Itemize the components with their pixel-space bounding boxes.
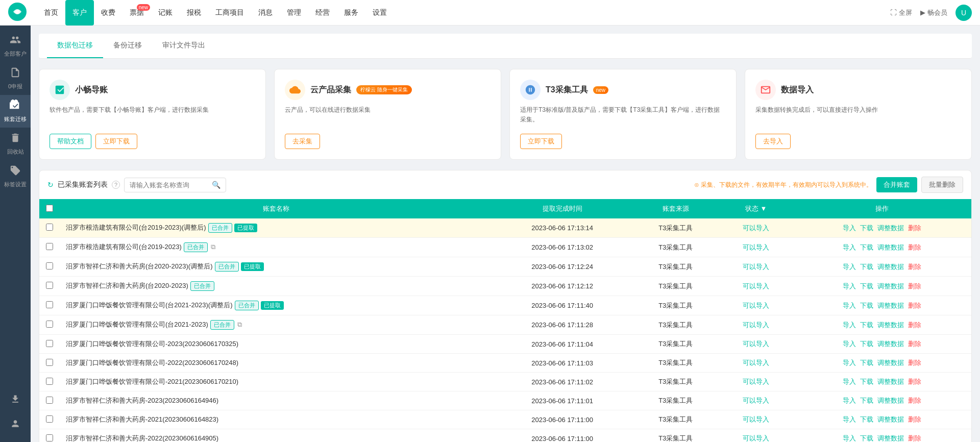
nav-customer[interactable]: 客户 (65, 0, 94, 26)
search-input[interactable] (124, 178, 226, 192)
batch-delete-btn[interactable]: 批量删除 (921, 177, 963, 193)
xiaochangzhang-help-btn[interactable]: 帮助文档 (50, 134, 91, 149)
action-导入[interactable]: 导入 (843, 243, 856, 251)
row-copy-icon[interactable]: ⧉ (237, 321, 242, 328)
action-下载[interactable]: 下载 (860, 243, 873, 251)
action-调整数据[interactable]: 调整数据 (877, 282, 904, 290)
app-logo[interactable] (8, 3, 29, 23)
action-删除[interactable]: 删除 (908, 243, 921, 251)
action-调整数据[interactable]: 调整数据 (877, 263, 904, 271)
yunproduct-collect-btn[interactable]: 去采集 (285, 134, 320, 149)
action-下载[interactable]: 下载 (860, 359, 873, 366)
sidebar-item-zero-report[interactable]: 0申报 (0, 62, 31, 95)
row-checkbox[interactable] (46, 243, 53, 250)
help-icon[interactable]: ? (112, 181, 120, 189)
action-删除[interactable]: 删除 (908, 282, 921, 290)
action-导入[interactable]: 导入 (843, 434, 856, 442)
merge-accounts-btn[interactable]: 合并账套 (876, 177, 917, 192)
action-下载[interactable]: 下载 (860, 415, 873, 423)
refresh-icon[interactable]: ↻ (47, 181, 54, 189)
tab-data-migration[interactable]: 数据包迁移 (47, 34, 103, 58)
sidebar-download-btn[interactable] (5, 389, 26, 409)
action-删除[interactable]: 删除 (908, 263, 921, 271)
header-status[interactable]: 状态 ▼ (720, 199, 793, 218)
row-checkbox[interactable] (46, 415, 53, 423)
sidebar-item-trash[interactable]: 回收站 (0, 128, 31, 160)
action-导入[interactable]: 导入 (843, 359, 856, 366)
action-调整数据[interactable]: 调整数据 (877, 224, 904, 232)
action-删除[interactable]: 删除 (908, 415, 921, 423)
action-导入[interactable]: 导入 (843, 378, 856, 385)
action-导入[interactable]: 导入 (843, 321, 856, 329)
action-导入[interactable]: 导入 (843, 415, 856, 423)
row-checkbox[interactable] (46, 378, 53, 385)
action-删除[interactable]: 删除 (908, 434, 921, 442)
row-checkbox[interactable] (46, 434, 53, 441)
action-删除[interactable]: 删除 (908, 340, 921, 348)
row-checkbox[interactable] (46, 397, 53, 404)
action-删除[interactable]: 删除 (908, 359, 921, 366)
action-下载[interactable]: 下载 (860, 340, 873, 348)
nav-bill[interactable]: 票据new (122, 0, 151, 26)
row-checkbox[interactable] (46, 282, 53, 289)
action-删除[interactable]: 删除 (908, 302, 921, 309)
nav-service[interactable]: 服务 (337, 0, 365, 26)
nav-fee[interactable]: 收费 (94, 0, 122, 26)
row-checkbox[interactable] (46, 321, 53, 328)
nav-bookkeeping[interactable]: 记账 (151, 0, 180, 26)
row-copy-icon[interactable]: ⧉ (211, 243, 215, 251)
search-button[interactable]: 🔍 (212, 181, 220, 189)
action-导入[interactable]: 导入 (843, 224, 856, 232)
dataimport-goto-btn[interactable]: 去导入 (755, 134, 791, 149)
sidebar-item-migrate[interactable]: 账套迁移 (0, 95, 31, 128)
nav-tax[interactable]: 报税 (180, 0, 208, 26)
action-调整数据[interactable]: 调整数据 (877, 359, 904, 366)
action-调整数据[interactable]: 调整数据 (877, 378, 904, 385)
sidebar-item-tags[interactable]: 标签设置 (0, 160, 31, 193)
row-checkbox[interactable] (46, 340, 53, 347)
fullscreen-btn[interactable]: ⛶ 全屏 (890, 8, 912, 17)
member-btn[interactable]: ▶ 畅会员 (920, 8, 947, 17)
action-调整数据[interactable]: 调整数据 (877, 340, 904, 348)
action-下载[interactable]: 下载 (860, 224, 873, 232)
action-下载[interactable]: 下载 (860, 302, 873, 309)
nav-business[interactable]: 工商项目 (208, 0, 251, 26)
select-all-checkbox[interactable] (46, 205, 53, 212)
action-下载[interactable]: 下载 (860, 397, 873, 404)
action-导入[interactable]: 导入 (843, 340, 856, 348)
nav-operation[interactable]: 经营 (308, 0, 337, 26)
action-导入[interactable]: 导入 (843, 397, 856, 404)
sidebar-user-btn[interactable] (5, 413, 26, 434)
row-checkbox[interactable] (46, 301, 53, 308)
action-删除[interactable]: 删除 (908, 378, 921, 385)
row-checkbox[interactable] (46, 262, 53, 269)
row-checkbox[interactable] (46, 359, 53, 366)
action-导入[interactable]: 导入 (843, 282, 856, 290)
action-下载[interactable]: 下载 (860, 282, 873, 290)
nav-home[interactable]: 首页 (37, 0, 65, 26)
row-checkbox[interactable] (46, 224, 53, 231)
action-调整数据[interactable]: 调整数据 (877, 321, 904, 329)
nav-message[interactable]: 消息 (251, 0, 280, 26)
action-删除[interactable]: 删除 (908, 397, 921, 404)
action-下载[interactable]: 下载 (860, 263, 873, 271)
action-删除[interactable]: 删除 (908, 224, 921, 232)
action-调整数据[interactable]: 调整数据 (877, 302, 904, 309)
action-下载[interactable]: 下载 (860, 378, 873, 385)
tab-audit-export[interactable]: 审计文件导出 (152, 34, 215, 58)
nav-manage[interactable]: 管理 (280, 0, 308, 26)
user-avatar[interactable]: U (955, 5, 972, 21)
sidebar-item-all-customers[interactable]: 全部客户 (0, 30, 31, 62)
action-调整数据[interactable]: 调整数据 (877, 434, 904, 442)
action-调整数据[interactable]: 调整数据 (877, 415, 904, 423)
action-调整数据[interactable]: 调整数据 (877, 397, 904, 404)
tab-backup-migration[interactable]: 备份迁移 (103, 34, 152, 58)
nav-settings[interactable]: 设置 (365, 0, 394, 26)
action-删除[interactable]: 删除 (908, 321, 921, 329)
action-下载[interactable]: 下载 (860, 321, 873, 329)
action-导入[interactable]: 导入 (843, 263, 856, 271)
action-下载[interactable]: 下载 (860, 434, 873, 442)
action-导入[interactable]: 导入 (843, 302, 856, 309)
xiaochangzhang-download-btn[interactable]: 立即下载 (95, 134, 137, 149)
action-调整数据[interactable]: 调整数据 (877, 243, 904, 251)
